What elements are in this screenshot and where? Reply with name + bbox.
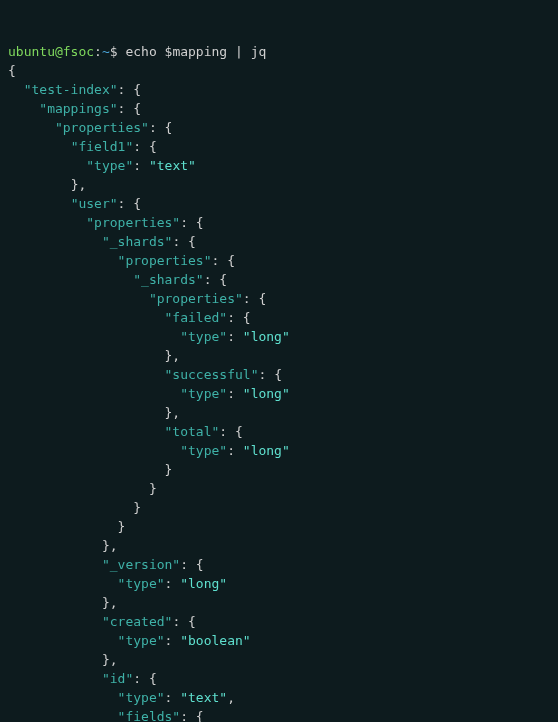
json-colon: : (243, 291, 259, 306)
json-brace: { (227, 253, 235, 268)
json-colon: : (204, 272, 220, 287)
prompt-line: ubuntu@fsoc:~$ echo $mapping | jq (8, 44, 266, 59)
json-brace: } (149, 481, 157, 496)
json-colon: : (133, 158, 149, 173)
json-key: "_version" (102, 557, 180, 572)
json-key: "type" (118, 633, 165, 648)
json-brace: { (133, 101, 141, 116)
json-brace: { (188, 234, 196, 249)
json-key: "total" (165, 424, 220, 439)
json-colon: : (165, 633, 181, 648)
json-colon: : (165, 576, 181, 591)
json-brace: { (133, 82, 141, 97)
json-brace: { (258, 291, 266, 306)
json-string: "boolean" (180, 633, 250, 648)
json-brace: }, (102, 595, 118, 610)
json-string: "text" (180, 690, 227, 705)
json-colon: : (165, 690, 181, 705)
json-key: "type" (180, 443, 227, 458)
prompt-at: @ (55, 44, 63, 59)
json-brace: } (133, 500, 141, 515)
json-brace: { (196, 709, 204, 722)
json-colon: : (172, 614, 188, 629)
json-colon: : (180, 557, 196, 572)
json-colon: : (172, 234, 188, 249)
json-comma: , (227, 690, 235, 705)
json-brace: } (118, 519, 126, 534)
json-key: "properties" (149, 291, 243, 306)
json-colon: : (227, 443, 243, 458)
json-key: "type" (118, 690, 165, 705)
json-key: "_shards" (102, 234, 172, 249)
json-colon: : (258, 367, 274, 382)
json-key: "created" (102, 614, 172, 629)
json-key: "_shards" (133, 272, 203, 287)
json-colon: : (180, 215, 196, 230)
json-key: "type" (180, 329, 227, 344)
json-key: "user" (71, 196, 118, 211)
json-brace: { (196, 557, 204, 572)
json-brace: }, (102, 652, 118, 667)
json-key: "type" (118, 576, 165, 591)
json-string: "long" (243, 386, 290, 401)
json-colon: : (180, 709, 196, 722)
json-brace: { (149, 139, 157, 154)
json-colon: : (118, 82, 134, 97)
json-string: "long" (180, 576, 227, 591)
json-colon: : (133, 139, 149, 154)
json-brace: { (188, 614, 196, 629)
json-string: "text" (149, 158, 196, 173)
json-string: "long" (243, 329, 290, 344)
json-key: "field1" (71, 139, 134, 154)
json-brace: }, (165, 348, 181, 363)
json-colon: : (227, 310, 243, 325)
prompt-sep: : (94, 44, 102, 59)
prompt-host: fsoc (63, 44, 94, 59)
json-brace: { (243, 310, 251, 325)
json-brace: { (274, 367, 282, 382)
json-colon: : (219, 424, 235, 439)
json-key: "properties" (118, 253, 212, 268)
json-brace: { (133, 196, 141, 211)
json-colon: : (118, 101, 134, 116)
json-brace: { (165, 120, 173, 135)
json-brace: { (149, 671, 157, 686)
json-colon: : (212, 253, 228, 268)
json-key: "failed" (165, 310, 228, 325)
json-key: "test-index" (24, 82, 118, 97)
json-key: "type" (180, 386, 227, 401)
terminal-output: ubuntu@fsoc:~$ echo $mapping | jq { "tes… (8, 42, 550, 722)
json-colon: : (149, 120, 165, 135)
prompt-dollar: $ (110, 44, 126, 59)
json-key: "type" (86, 158, 133, 173)
json-colon: : (118, 196, 134, 211)
json-key: "properties" (86, 215, 180, 230)
json-brace: { (196, 215, 204, 230)
json-key: "fields" (118, 709, 181, 722)
prompt-user: ubuntu (8, 44, 55, 59)
json-brace: }, (165, 405, 181, 420)
json-colon: : (133, 671, 149, 686)
json-brace: { (8, 63, 16, 78)
json-key: "mappings" (39, 101, 117, 116)
json-brace: { (219, 272, 227, 287)
json-key: "properties" (55, 120, 149, 135)
json-colon: : (227, 386, 243, 401)
json-brace: { (235, 424, 243, 439)
json-brace: } (165, 462, 173, 477)
json-key: "id" (102, 671, 133, 686)
prompt-path: ~ (102, 44, 110, 59)
json-brace: }, (71, 177, 87, 192)
json-key: "successful" (165, 367, 259, 382)
json-brace: }, (102, 538, 118, 553)
json-string: "long" (243, 443, 290, 458)
command: echo $mapping | jq (125, 44, 266, 59)
json-colon: : (227, 329, 243, 344)
